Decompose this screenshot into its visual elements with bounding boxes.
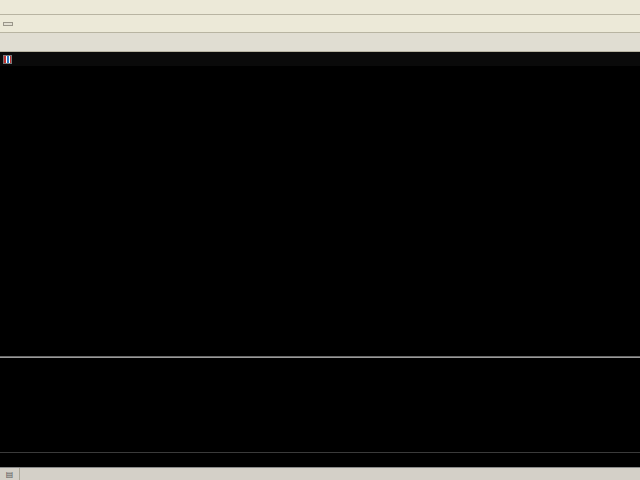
chart-window-icon: [3, 55, 12, 64]
chart-tab-bar: ▤: [0, 467, 640, 480]
window-list-icon[interactable]: ▤: [0, 468, 20, 480]
period-mn-button[interactable]: [3, 22, 13, 26]
stochastic-panel[interactable]: [0, 358, 640, 452]
mt4-window: ▤: [0, 0, 640, 480]
time-axis: [0, 452, 640, 467]
price-chart[interactable]: [0, 66, 640, 356]
mdi-client-area: [0, 33, 640, 52]
main-toolbar: [0, 0, 640, 15]
chart-title-bar[interactable]: [0, 52, 640, 66]
periods-toolbar: [0, 15, 640, 33]
